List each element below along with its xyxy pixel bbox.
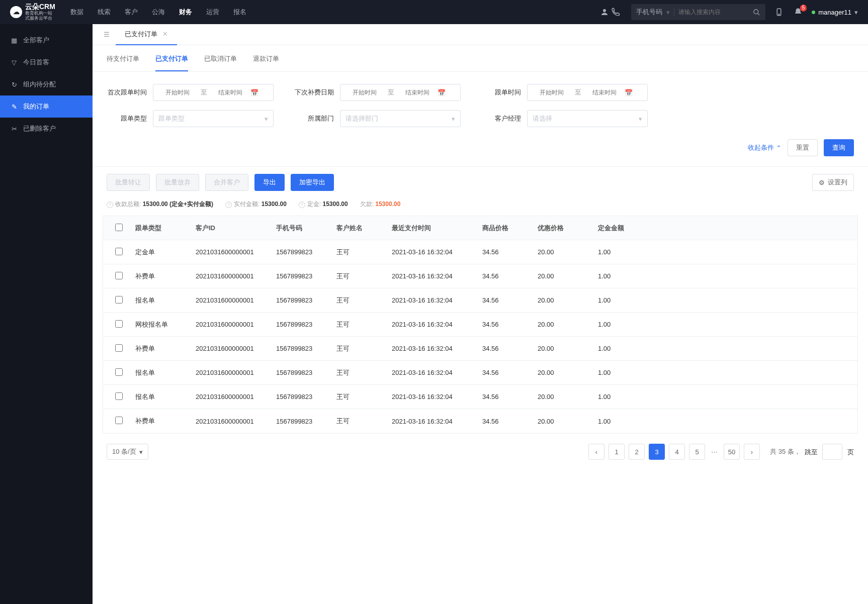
select-all-checkbox[interactable] <box>115 224 123 231</box>
topnav-item[interactable]: 客户 <box>125 1 138 24</box>
next-fee-end[interactable] <box>397 89 438 96</box>
row-checkbox[interactable] <box>115 417 123 424</box>
table-row[interactable]: 定金单20210316000000011567899823王可2021-03-1… <box>103 240 857 264</box>
cell-name: 王可 <box>332 417 388 426</box>
table-row[interactable]: 补费单20210316000000011567899823王可2021-03-1… <box>103 337 857 361</box>
table-row[interactable]: 补费单20210316000000011567899823王可2021-03-1… <box>103 264 857 288</box>
next-page-button[interactable]: › <box>744 444 760 460</box>
row-checkbox[interactable] <box>115 320 123 328</box>
cell-id: 2021031600000001 <box>192 321 272 328</box>
row-checkbox[interactable] <box>115 344 123 352</box>
bell-icon[interactable]: 5 <box>793 7 804 18</box>
reset-button[interactable]: 重置 <box>788 139 818 156</box>
dept-select[interactable]: 请选择部门▾ <box>340 110 461 127</box>
device-icon[interactable] <box>773 7 785 18</box>
search-icon[interactable] <box>753 9 760 16</box>
row-checkbox[interactable] <box>115 392 123 400</box>
page-button[interactable]: 50 <box>724 444 740 460</box>
cell-phone: 1567899823 <box>272 345 332 352</box>
collapse-filters-link[interactable]: 收起条件 ⌃ <box>748 143 782 152</box>
window-tab-paid-orders[interactable]: 已支付订单 ✕ <box>116 24 177 45</box>
subtab[interactable]: 待支付订单 <box>107 54 139 71</box>
page-button[interactable]: 5 <box>689 444 705 460</box>
manager-select[interactable]: 请选择▾ <box>527 110 648 127</box>
sidebar-item[interactable]: ↻组内待分配 <box>0 73 93 95</box>
cell-price: 34.56 <box>478 345 534 352</box>
user-menu[interactable]: manager11 ▾ <box>812 9 858 16</box>
encrypted-export-button[interactable]: 加密导出 <box>291 174 334 191</box>
search-box[interactable]: 手机号码 ▾ <box>631 4 765 20</box>
cell-deposit: 1.00 <box>594 369 639 376</box>
column-settings-button[interactable]: ⚙ 设置列 <box>812 174 854 191</box>
close-icon[interactable]: ✕ <box>162 30 168 38</box>
next-fee-start[interactable] <box>344 89 385 96</box>
filter-label-first-follow: 首次跟单时间 <box>107 88 147 97</box>
page-size-select[interactable]: 10 条/页▾ <box>107 444 148 460</box>
row-checkbox[interactable] <box>115 368 123 376</box>
sidebar-item[interactable]: ✎我的订单 <box>0 95 93 118</box>
page-button[interactable]: 2 <box>629 444 645 460</box>
cell-discount: 20.00 <box>534 296 594 304</box>
cell-time: 2021-03-16 16:32:04 <box>388 296 478 304</box>
search-input[interactable] <box>678 9 749 16</box>
batch-transfer-button[interactable]: 批量转让 <box>107 174 150 191</box>
first-follow-end[interactable] <box>210 89 250 96</box>
page-button[interactable]: 4 <box>669 444 685 460</box>
follow-time-range[interactable]: 至 📅 <box>527 84 648 101</box>
cell-id: 2021031600000001 <box>192 272 272 280</box>
cell-price: 34.56 <box>478 418 534 425</box>
sidebar-item[interactable]: ▽今日首客 <box>0 51 93 73</box>
follow-type-select[interactable]: 跟单类型▾ <box>153 110 274 127</box>
page-button[interactable]: 1 <box>609 444 625 460</box>
cell-discount: 20.00 <box>534 345 594 352</box>
chevron-down-icon: ▾ <box>854 9 858 16</box>
menu-toggle-icon[interactable]: ☰ <box>98 31 116 38</box>
jump-input[interactable] <box>822 444 842 460</box>
logo[interactable]: ☁ 云朵CRM 教育机构一站式服务云平台 <box>10 3 55 21</box>
follow-time-end[interactable] <box>584 89 625 96</box>
merge-customer-button[interactable]: 合并客户 <box>205 174 248 191</box>
topnav-item[interactable]: 公海 <box>152 1 165 24</box>
sidebar-item-label: 已删除客户 <box>23 124 56 133</box>
first-follow-start[interactable] <box>157 89 198 96</box>
follow-time-start[interactable] <box>532 89 572 96</box>
logo-sub: 教育机构一站式服务云平台 <box>25 11 55 21</box>
svg-point-3 <box>778 14 779 15</box>
query-button[interactable]: 查询 <box>824 139 854 156</box>
table-row[interactable]: 补费单20210316000000011567899823王可2021-03-1… <box>103 409 857 433</box>
topnav-item[interactable]: 数据 <box>70 1 83 24</box>
table-row[interactable]: 报名单20210316000000011567899823王可2021-03-1… <box>103 385 857 409</box>
first-follow-range[interactable]: 至 📅 <box>153 84 274 101</box>
topnav-item[interactable]: 线索 <box>98 1 111 24</box>
sidebar-item[interactable]: ▦全部客户 <box>0 29 93 51</box>
table-row[interactable]: 报名单20210316000000011567899823王可2021-03-1… <box>103 361 857 385</box>
person-icon[interactable] <box>599 7 610 18</box>
table-row[interactable]: 网校报名单20210316000000011567899823王可2021-03… <box>103 313 857 337</box>
topnav-item[interactable]: 报名 <box>233 1 246 24</box>
sidebar-item[interactable]: ✂已删除客户 <box>0 118 93 140</box>
batch-abandon-button[interactable]: 批量放弃 <box>156 174 199 191</box>
prev-page-button[interactable]: ‹ <box>588 444 604 460</box>
next-fee-range[interactable]: 至 📅 <box>340 84 461 101</box>
cell-type: 报名单 <box>131 368 192 377</box>
topnav-item[interactable]: 运营 <box>206 1 219 24</box>
page-button[interactable]: 3 <box>649 444 665 460</box>
subtab[interactable]: 退款订单 <box>253 54 279 71</box>
search-type-select[interactable]: 手机号码 <box>636 8 662 17</box>
export-button[interactable]: 导出 <box>254 174 285 191</box>
row-checkbox[interactable] <box>115 248 123 255</box>
row-checkbox[interactable] <box>115 296 123 304</box>
subtab[interactable]: 已取消订单 <box>204 54 237 71</box>
table-row[interactable]: 报名单20210316000000011567899823王可2021-03-1… <box>103 288 857 313</box>
chevron-down-icon: ▾ <box>265 115 268 123</box>
cell-name: 王可 <box>332 392 388 401</box>
chevron-down-icon: ▾ <box>452 115 455 123</box>
phone-icon[interactable] <box>610 7 621 18</box>
chevron-up-icon: ⌃ <box>776 144 782 152</box>
row-checkbox[interactable] <box>115 272 123 279</box>
topnav-item[interactable]: 财务 <box>179 1 192 24</box>
sidebar-icon: ✂ <box>10 125 18 133</box>
window-tab-label: 已支付订单 <box>125 30 157 39</box>
filters-panel: 首次跟单时间 至 📅 下次补费日期 至 <box>93 72 868 139</box>
subtab[interactable]: 已支付订单 <box>155 54 188 71</box>
